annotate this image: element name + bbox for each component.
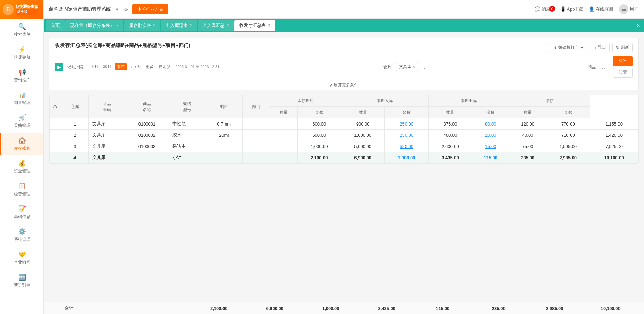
goods-label: 商品 bbox=[588, 64, 596, 70]
query-button[interactable]: 查询 bbox=[613, 56, 633, 66]
print-button[interactable]: 🖨 拨锁版打印 ▼ bbox=[549, 43, 588, 52]
sidebar-item-finance[interactable]: 💰 资金管理 bbox=[0, 155, 43, 178]
row-no: 3 bbox=[61, 141, 89, 152]
message-label: 消息 bbox=[542, 6, 550, 12]
date-btn-last-month[interactable]: 上月 bbox=[89, 63, 100, 70]
online-service-btn[interactable]: 👤 在线客服 bbox=[589, 6, 613, 12]
sidebar-item-quick-nav[interactable]: ⚡ 快捷导航 bbox=[0, 42, 43, 64]
col-header-out: 本期出库 bbox=[428, 95, 509, 107]
chevron-down-icon: ▼ bbox=[580, 45, 584, 50]
row-out-qty[interactable]: 15.00 bbox=[472, 141, 509, 152]
topbar-right: 💬 消息 6 📱 App下载 👤 在线客服 Ea 用户 bbox=[535, 4, 639, 14]
sidebar-item-purchase[interactable]: 🛒 采购管理 bbox=[0, 110, 43, 133]
data-table: ⚙ 仓库 商品编码 商品名称 规格型号 项目 部门 库存期初 本期入库 本期出库… bbox=[49, 95, 638, 163]
sidebar-item-operations[interactable]: 📋 经营管理 bbox=[0, 178, 43, 201]
refresh-button[interactable]: ↻ 刷新 bbox=[612, 43, 633, 52]
tab-flow-close[interactable]: × bbox=[190, 23, 192, 28]
tab-recv-send[interactable]: 收发存汇总表 × bbox=[234, 20, 275, 31]
tab-batch[interactable]: 库存批次账 × bbox=[124, 20, 160, 31]
date-options: 上月 本月 本年 近7天 更多 自定义 2023-01-01 至 2023-12… bbox=[89, 63, 219, 70]
warehouse-remove-icon[interactable]: × bbox=[413, 65, 415, 69]
expand-more-label: 展开更多条件 bbox=[334, 82, 358, 88]
tab-inventory-dist[interactable]: 现存量（库存分布表） × bbox=[65, 20, 123, 31]
footer-label: 合计 bbox=[59, 305, 79, 311]
export-button[interactable]: ↑ 导出 bbox=[591, 43, 610, 52]
footer-open-qty: 2,100.00 bbox=[191, 306, 247, 311]
logo-icon: 6 bbox=[3, 4, 14, 15]
sidebar-item-search[interactable]: 🔍 搜索菜单 bbox=[0, 19, 43, 42]
date-btn-more[interactable]: 更多 bbox=[144, 63, 155, 70]
row-out-amt: 40.00 bbox=[509, 130, 546, 141]
settings-icon[interactable]: ⚙ bbox=[123, 6, 128, 13]
row-code: 0100001 bbox=[125, 118, 169, 130]
row-settings-cell bbox=[50, 130, 61, 141]
col-header-dept: 部门 bbox=[243, 95, 270, 118]
date-btn-this-month[interactable]: 本月 bbox=[102, 63, 113, 70]
col-out-amt: 金额 bbox=[472, 107, 509, 118]
row-out-qty[interactable]: 80.00 bbox=[472, 118, 509, 130]
col-out-qty: 数量 bbox=[428, 107, 472, 118]
sidebar-item-marketing[interactable]: 📢 营销推广 bbox=[0, 64, 43, 87]
row-dept bbox=[270, 130, 297, 141]
top-bar: 装备及固定资产辅助管理系统 ▼ ⚙ 体验行业方案 💬 消息 6 📱 App下载 … bbox=[44, 0, 644, 19]
row-name: 胶水 bbox=[169, 130, 205, 141]
close-page-icon[interactable]: × bbox=[632, 22, 644, 29]
sidebar-item-guide[interactable]: 🆕 新手引导 bbox=[0, 269, 43, 292]
row-open-amt: 900.00 bbox=[341, 118, 384, 130]
sidebar-item-sales[interactable]: 📊 销售管理 bbox=[0, 87, 43, 110]
basic-info-icon: 📝 bbox=[18, 205, 26, 213]
row-settings-cell bbox=[50, 152, 61, 163]
row-open-qty: 500.00 bbox=[297, 130, 341, 141]
row-code: 0100002 bbox=[125, 130, 169, 141]
table-settings-icon[interactable]: ⚙ bbox=[53, 104, 57, 110]
quick-nav-icon: ⚡ bbox=[18, 46, 26, 53]
user-area[interactable]: Ea 用户 bbox=[619, 4, 639, 14]
print-icon: 🖨 bbox=[553, 45, 557, 50]
tab-summary-close[interactable]: × bbox=[227, 23, 229, 28]
row-in-qty[interactable]: 230.00 bbox=[385, 130, 428, 141]
row-in-qty[interactable]: 250.00 bbox=[385, 118, 428, 130]
cooperation-icon: 🤝 bbox=[18, 251, 26, 258]
row-in-qty[interactable]: 520.00 bbox=[385, 141, 428, 152]
operations-icon: 📋 bbox=[18, 182, 26, 190]
warehouse-more-icon[interactable]: ... bbox=[422, 64, 427, 70]
col-header-in: 本期入库 bbox=[341, 95, 428, 107]
tab-inventory-dist-close[interactable]: × bbox=[116, 23, 119, 28]
system-dropdown-icon[interactable]: ▼ bbox=[115, 7, 119, 12]
row-out-qty[interactable]: 20.00 bbox=[472, 130, 509, 141]
date-btn-this-year[interactable]: 本年 bbox=[115, 63, 127, 70]
settings-small-button[interactable]: 设置 bbox=[613, 68, 633, 78]
row-in-qty[interactable]: 1,000.00 bbox=[385, 152, 428, 163]
tab-batch-label: 库存批次账 bbox=[129, 22, 151, 29]
tab-batch-close[interactable]: × bbox=[153, 23, 155, 28]
tab-home[interactable]: 首页 bbox=[46, 20, 65, 31]
tab-bar: 首页 现存量（库存分布表） × 库存批次账 × 出入库流水 × 出入库汇总 × … bbox=[44, 19, 644, 32]
table-row: 4文具库小计2,100.006,900.001,000.003,435.0011… bbox=[50, 152, 638, 163]
row-out-amt: 75.00 bbox=[509, 141, 546, 152]
row-warehouse: 文具库 bbox=[88, 130, 125, 141]
row-in-amt: 3,435.00 bbox=[428, 152, 472, 163]
app-download-btn[interactable]: 📱 App下载 bbox=[560, 6, 583, 12]
sidebar-item-cooperation[interactable]: 🤝 企业协同 bbox=[0, 247, 43, 269]
sidebar-item-system[interactable]: ⚙️ 系统管理 bbox=[0, 224, 43, 247]
expand-more-row[interactable]: ∨ 展开更多条件 bbox=[55, 80, 633, 90]
experience-button[interactable]: 体验行业方案 bbox=[132, 4, 168, 14]
goods-more-icon[interactable]: ... bbox=[600, 64, 605, 70]
filter-expand-button[interactable]: ▶ bbox=[55, 63, 63, 71]
tab-summary[interactable]: 出入库汇总 × bbox=[198, 20, 234, 31]
table-container: ⚙ 仓库 商品编码 商品名称 规格型号 项目 部门 库存期初 本期入库 本期出库… bbox=[49, 95, 639, 164]
tab-inventory-dist-label: 现存量（库存分布表） bbox=[70, 22, 114, 29]
tab-recv-send-close[interactable]: × bbox=[268, 23, 270, 28]
row-out-qty[interactable]: 115.00 bbox=[472, 152, 509, 163]
sidebar-item-inventory[interactable]: 🏠 库存核算 bbox=[0, 133, 43, 155]
date-btn-7days[interactable]: 近7天 bbox=[129, 63, 142, 70]
date-btn-custom[interactable]: 自定义 bbox=[157, 63, 172, 70]
col-in-qty: 数量 bbox=[341, 107, 384, 118]
col-header-project: 项目 bbox=[205, 95, 243, 118]
row-bal-qty: 770.00 bbox=[546, 118, 590, 130]
message-btn[interactable]: 💬 消息 6 bbox=[535, 6, 555, 12]
row-settings-cell bbox=[50, 118, 61, 130]
sidebar-item-basic-info[interactable]: 📝 基础信息 bbox=[0, 201, 43, 224]
tab-flow[interactable]: 出入库流水 × bbox=[161, 20, 197, 31]
row-in-amt: 460.00 bbox=[428, 130, 472, 141]
